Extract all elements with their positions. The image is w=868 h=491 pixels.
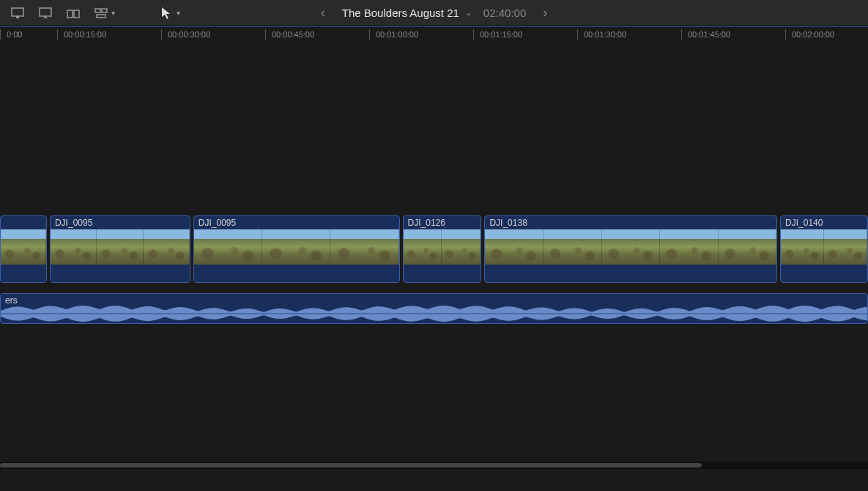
svg-rect-1: [16, 16, 19, 18]
scrollbar-thumb[interactable]: [0, 463, 702, 468]
chevron-down-icon: ⌄: [465, 8, 472, 18]
append-button[interactable]: [37, 6, 54, 21]
clip-label: [1, 216, 46, 229]
clip-label: DJI_0126: [404, 216, 481, 229]
svg-rect-0: [12, 8, 23, 16]
clip-footer: [781, 265, 867, 282]
ruler-label: 00:00:30:00: [168, 30, 210, 39]
clip-footer: [51, 265, 190, 282]
svg-rect-7: [97, 15, 105, 18]
thumbnail: [719, 229, 777, 265]
duration-timecode: 02:40:00: [483, 7, 526, 19]
svg-rect-6: [102, 9, 107, 12]
clip-footer: [1, 265, 46, 282]
clip-footer: [485, 265, 776, 282]
clip-thumbnails: [1, 229, 46, 265]
toolbar: ▾ ▾ ‹ The Boulders August 21 ⌄ 02:40:00 …: [0, 0, 868, 26]
thumbnail: [97, 229, 143, 265]
svg-rect-5: [95, 9, 100, 12]
next-arrow[interactable]: ›: [538, 5, 552, 21]
insert-button[interactable]: [64, 6, 82, 21]
clip-label: DJI_0095: [51, 216, 190, 229]
ruler-label: 00:02:00:00: [792, 30, 834, 39]
video-clip[interactable]: DJI_0138: [484, 215, 777, 283]
ruler-label: 00:01:30:00: [584, 30, 626, 39]
video-clip[interactable]: DJI_0095: [193, 215, 400, 283]
chevron-down-icon: ▾: [111, 9, 115, 17]
chevron-down-icon: ▾: [177, 9, 180, 17]
audio-waveform: [1, 306, 867, 322]
ruler-label: 00:00:45:00: [272, 30, 314, 39]
thumbnail: [485, 229, 544, 265]
connect-button[interactable]: [92, 6, 110, 21]
clip-thumbnails: [404, 229, 481, 265]
horizontal-scrollbar[interactable]: [0, 462, 868, 469]
project-title-dropdown[interactable]: The Boulders August 21 ⌄: [342, 7, 472, 19]
select-tool-dropdown[interactable]: ▾: [157, 6, 180, 21]
thumbnail: [660, 229, 719, 265]
ruler-label: 00:01:15:00: [480, 30, 522, 39]
thumbnail: [781, 229, 824, 265]
thumbnail: [544, 229, 602, 265]
video-clip[interactable]: DJI_0140: [780, 215, 868, 283]
video-clip[interactable]: DJI_0126: [403, 215, 482, 283]
thumbnail: [1, 229, 46, 265]
thumbnail: [262, 229, 330, 265]
svg-rect-4: [74, 10, 79, 18]
thumbnail: [144, 229, 190, 265]
prev-arrow[interactable]: ‹: [316, 5, 330, 21]
ruler-label: 00:00:15:00: [64, 30, 106, 39]
thumbnail: [404, 229, 442, 265]
project-title: The Boulders August 21: [342, 7, 459, 19]
clip-thumbnails: [194, 229, 399, 265]
tool-group-left: ▾ ▾: [9, 6, 180, 21]
thumbnail: [330, 229, 398, 265]
select-tool-button[interactable]: [157, 6, 175, 21]
clip-footer: [404, 265, 481, 282]
svg-rect-2: [40, 8, 51, 16]
clip-thumbnails: [781, 229, 867, 265]
clip-thumbnails: [485, 229, 776, 265]
ruler-label: 00:01:45:00: [688, 30, 730, 39]
clip-label: DJI_0140: [781, 216, 867, 229]
svg-rect-3: [67, 10, 73, 18]
clip-thumbnails: [51, 229, 190, 265]
thumbnail: [602, 229, 661, 265]
title-area: ‹ The Boulders August 21 ⌄ 02:40:00 ›: [316, 5, 553, 21]
clip-label: DJI_0138: [485, 216, 776, 229]
audio-clip-label: ers: [1, 294, 867, 306]
audio-track[interactable]: ers: [0, 293, 868, 324]
video-track: DJI_0095DJI_0095DJI_0126DJI_0138DJI_0140: [0, 215, 868, 283]
thumbnail: [194, 229, 262, 265]
connect-dropdown[interactable]: ▾: [92, 6, 115, 21]
thumbnail: [51, 229, 97, 265]
index-button[interactable]: [9, 6, 26, 21]
clip-label: DJI_0095: [194, 216, 399, 229]
ruler-label: 0:00: [7, 30, 22, 39]
thumbnail: [824, 229, 867, 265]
clip-footer: [194, 265, 399, 282]
timeline-body[interactable]: DJI_0095DJI_0095DJI_0126DJI_0138DJI_0140…: [0, 40, 868, 488]
video-clip[interactable]: [0, 215, 47, 283]
ruler-label: 00:01:00:00: [376, 30, 418, 39]
thumbnail: [442, 229, 481, 265]
video-clip[interactable]: DJI_0095: [50, 215, 190, 283]
